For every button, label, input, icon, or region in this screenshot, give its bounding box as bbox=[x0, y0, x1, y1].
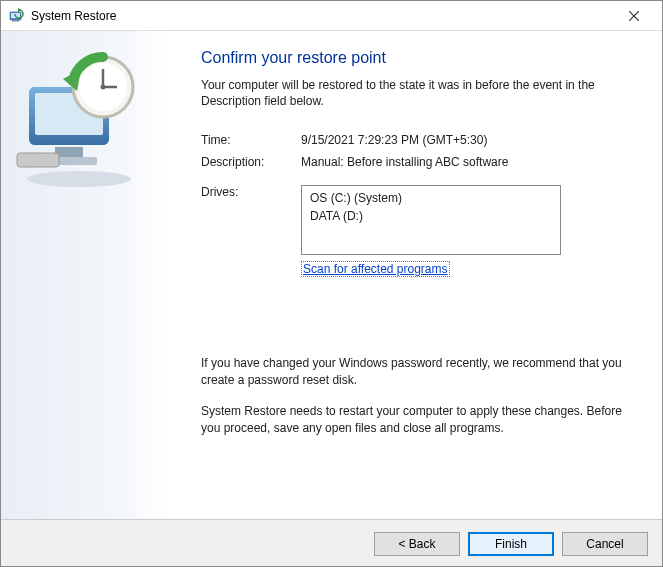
dialog-body: Confirm your restore point Your computer… bbox=[1, 31, 662, 519]
description-row: Description: Manual: Before installing A… bbox=[201, 155, 632, 169]
description-label: Description: bbox=[201, 155, 301, 169]
restore-illustration-icon bbox=[11, 51, 151, 191]
titlebar: System Restore bbox=[1, 1, 662, 31]
svg-rect-2 bbox=[12, 20, 19, 22]
svg-point-6 bbox=[27, 171, 131, 187]
back-button[interactable]: < Back bbox=[374, 532, 460, 556]
footer: < Back Finish Cancel bbox=[1, 519, 662, 567]
system-restore-icon bbox=[9, 8, 25, 24]
list-item[interactable]: DATA (D:) bbox=[310, 208, 552, 225]
restart-note: System Restore needs to restart your com… bbox=[201, 403, 632, 437]
intro-text: Your computer will be restored to the st… bbox=[201, 77, 632, 109]
main-content: Confirm your restore point Your computer… bbox=[171, 31, 662, 519]
scan-affected-programs-link[interactable]: Scan for affected programs bbox=[301, 261, 450, 277]
time-value: 9/15/2021 7:29:23 PM (GMT+5:30) bbox=[301, 133, 632, 147]
notes: If you have changed your Windows passwor… bbox=[201, 355, 632, 436]
drives-listbox[interactable]: OS (C:) (System) DATA (D:) bbox=[301, 185, 561, 255]
sidebar bbox=[1, 31, 171, 519]
finish-button[interactable]: Finish bbox=[468, 532, 554, 556]
svg-marker-3 bbox=[18, 8, 21, 12]
svg-point-17 bbox=[101, 85, 106, 90]
window-title: System Restore bbox=[31, 9, 116, 23]
cancel-button[interactable]: Cancel bbox=[562, 532, 648, 556]
svg-rect-12 bbox=[17, 153, 59, 167]
time-row: Time: 9/15/2021 7:29:23 PM (GMT+5:30) bbox=[201, 133, 632, 147]
time-label: Time: bbox=[201, 133, 301, 147]
drives-container: OS (C:) (System) DATA (D:) Scan for affe… bbox=[301, 185, 561, 277]
description-value: Manual: Before installing ABC software bbox=[301, 155, 632, 169]
drives-row: Drives: OS (C:) (System) DATA (D:) Scan … bbox=[201, 185, 632, 277]
drives-label: Drives: bbox=[201, 185, 301, 199]
list-item[interactable]: OS (C:) (System) bbox=[310, 190, 552, 207]
page-heading: Confirm your restore point bbox=[201, 49, 632, 67]
password-note: If you have changed your Windows passwor… bbox=[201, 355, 632, 389]
close-button[interactable] bbox=[614, 2, 654, 30]
